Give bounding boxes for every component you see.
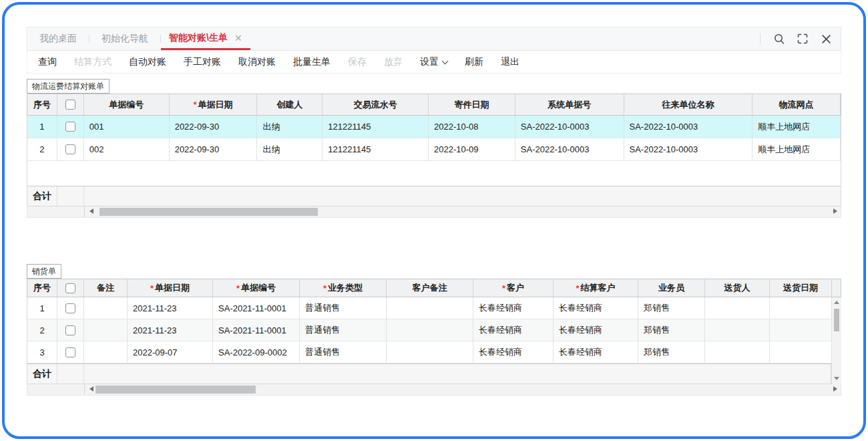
toolbar-manual-reconcile[interactable]: 手工对账 bbox=[175, 56, 230, 68]
table-cell[interactable]: 顺丰上地网店 bbox=[752, 138, 841, 161]
grid1-column-header-2[interactable]: 单据编号 bbox=[84, 94, 170, 115]
grid2-row-1[interactable]: 12021-11-23SA-2021-11-0001普通销售长春经销商长春经销商… bbox=[27, 297, 841, 319]
toolbar-exit[interactable]: 退出 bbox=[492, 56, 528, 68]
table-cell[interactable]: 郑销售 bbox=[638, 341, 705, 363]
toolbar-settings[interactable]: 设置 bbox=[411, 56, 456, 68]
grid1-column-header-5[interactable]: 交易流水号 bbox=[322, 94, 429, 115]
grid2-column-header-3[interactable]: *单据日期 bbox=[128, 279, 213, 297]
grid1-column-header-6[interactable]: 寄件日期 bbox=[429, 94, 515, 115]
grid2-column-header-10[interactable]: 送货人 bbox=[705, 279, 770, 297]
scrollbar-thumb[interactable] bbox=[99, 208, 318, 216]
table-cell[interactable]: 121221145 bbox=[322, 116, 429, 138]
grid1-column-header-9[interactable]: 物流网点 bbox=[752, 94, 841, 115]
scroll-up-arrow[interactable] bbox=[834, 301, 839, 304]
grid2-column-header-11[interactable]: 送货日期 bbox=[770, 279, 832, 297]
select-all-header[interactable] bbox=[57, 94, 84, 115]
table-cell[interactable]: 2022-10-09 bbox=[429, 138, 515, 161]
table-cell[interactable]: SA-2021-11-0001 bbox=[213, 319, 300, 341]
row-checkbox[interactable] bbox=[65, 144, 75, 154]
table-cell[interactable]: SA-2022-10-0003 bbox=[515, 116, 624, 138]
scroll-left-arrow[interactable] bbox=[89, 208, 93, 214]
grid2-tab[interactable]: 销货单 bbox=[27, 264, 61, 279]
table-cell[interactable] bbox=[387, 319, 473, 341]
table-cell[interactable] bbox=[57, 297, 84, 319]
table-cell[interactable]: 长春经销商 bbox=[554, 297, 638, 319]
table-cell[interactable]: 普通销售 bbox=[300, 297, 387, 319]
grid2-column-header-2[interactable]: 备注 bbox=[84, 279, 128, 297]
table-cell[interactable]: 1 bbox=[27, 297, 57, 319]
table-cell[interactable]: 出纳 bbox=[257, 138, 322, 161]
table-cell[interactable]: 3 bbox=[27, 341, 57, 363]
table-cell[interactable]: 121221145 bbox=[322, 138, 429, 161]
table-cell[interactable] bbox=[57, 319, 84, 341]
grid1-horizontal-scrollbar[interactable] bbox=[27, 206, 841, 218]
table-cell[interactable]: SA-2022-10-0003 bbox=[624, 116, 753, 138]
search-icon[interactable] bbox=[771, 31, 787, 47]
table-cell[interactable]: 顺丰上地网店 bbox=[752, 116, 841, 138]
select-all-checkbox[interactable] bbox=[65, 100, 75, 110]
tab-close-icon[interactable]: ✕ bbox=[234, 33, 242, 43]
table-cell[interactable]: 长春经销商 bbox=[473, 297, 554, 319]
table-cell[interactable]: 普通销售 bbox=[300, 319, 387, 341]
row-checkbox[interactable] bbox=[65, 303, 75, 313]
scroll-right-arrow[interactable] bbox=[833, 208, 837, 214]
scrollbar-thumb[interactable] bbox=[834, 309, 839, 331]
table-cell[interactable] bbox=[705, 319, 770, 341]
table-cell[interactable] bbox=[57, 138, 84, 161]
row-checkbox[interactable] bbox=[65, 122, 75, 132]
toolbar-refresh[interactable]: 刷新 bbox=[456, 56, 492, 68]
table-cell[interactable] bbox=[84, 341, 128, 363]
grid2-column-header-8[interactable]: *结算客户 bbox=[554, 279, 638, 297]
table-cell[interactable]: 长春经销商 bbox=[473, 319, 554, 341]
table-cell[interactable] bbox=[387, 297, 473, 319]
table-cell[interactable]: 1 bbox=[27, 116, 57, 138]
table-cell[interactable]: 2022-09-07 bbox=[128, 341, 213, 363]
table-cell[interactable]: 001 bbox=[84, 116, 170, 138]
table-cell[interactable] bbox=[770, 297, 832, 319]
grid1-column-header-7[interactable]: 系统单据号 bbox=[515, 94, 624, 115]
scroll-right-arrow[interactable] bbox=[833, 386, 837, 392]
grid1-tab[interactable]: 物流运费结算对账单 bbox=[27, 79, 110, 94]
table-cell[interactable]: 002 bbox=[84, 138, 170, 161]
toolbar-cancel-reconcile[interactable]: 取消对账 bbox=[230, 56, 284, 68]
toolbar-query[interactable]: 查询 bbox=[29, 56, 65, 68]
grid2-column-header-6[interactable]: 客户备注 bbox=[387, 279, 473, 297]
tab-my-desktop[interactable]: 我的桌面 bbox=[27, 27, 89, 50]
grid1-column-header-0[interactable]: 序号 bbox=[27, 94, 57, 115]
table-cell[interactable]: 普通销售 bbox=[300, 341, 387, 363]
table-cell[interactable]: 2021-11-23 bbox=[128, 319, 213, 341]
select-all-header[interactable] bbox=[57, 279, 84, 297]
grid1-row-1[interactable]: 10012022-09-30出纳1212211452022-10-08SA-20… bbox=[27, 116, 841, 138]
toolbar-batch-generate[interactable]: 批量生单 bbox=[284, 56, 339, 68]
grid2-vertical-scrollbar[interactable] bbox=[831, 297, 841, 384]
table-cell[interactable]: 2021-11-23 bbox=[128, 297, 213, 319]
grid2-column-header-5[interactable]: *业务类型 bbox=[300, 279, 387, 297]
scroll-down-arrow[interactable] bbox=[834, 377, 839, 380]
table-cell[interactable]: 2022-09-30 bbox=[170, 116, 258, 138]
grid2-row-3[interactable]: 32022-09-07SA-2022-09-0002普通销售长春经销商长春经销商… bbox=[27, 341, 841, 363]
table-cell[interactable] bbox=[57, 341, 84, 363]
table-cell[interactable]: 出纳 bbox=[257, 116, 322, 138]
table-cell[interactable]: 2 bbox=[27, 319, 57, 341]
table-cell[interactable]: 2 bbox=[27, 138, 57, 161]
table-cell[interactable]: SA-2021-11-0001 bbox=[213, 297, 300, 319]
table-cell[interactable] bbox=[84, 319, 128, 341]
fullscreen-icon[interactable] bbox=[795, 31, 811, 47]
toolbar-auto-reconcile[interactable]: 自动对账 bbox=[120, 56, 175, 68]
table-cell[interactable] bbox=[387, 341, 473, 363]
row-checkbox[interactable] bbox=[65, 347, 75, 357]
grid1-column-header-4[interactable]: 创建人 bbox=[257, 94, 322, 115]
table-cell[interactable]: 郑销售 bbox=[638, 297, 705, 319]
scroll-left-arrow[interactable] bbox=[89, 386, 93, 392]
table-cell[interactable]: SA-2022-10-0003 bbox=[624, 138, 753, 161]
table-cell[interactable]: 2022-10-08 bbox=[429, 116, 515, 138]
table-cell[interactable]: 长春经销商 bbox=[554, 319, 638, 341]
table-cell[interactable]: 长春经销商 bbox=[554, 341, 638, 363]
grid2-horizontal-scrollbar[interactable] bbox=[27, 384, 841, 396]
grid1-column-header-3[interactable]: *单据日期 bbox=[170, 94, 258, 115]
grid2-column-header-9[interactable]: 业务员 bbox=[638, 279, 705, 297]
table-cell[interactable] bbox=[84, 297, 128, 319]
table-cell[interactable]: 郑销售 bbox=[638, 319, 705, 341]
grid2-column-header-0[interactable]: 序号 bbox=[27, 279, 57, 297]
grid2-column-header-7[interactable]: *客户 bbox=[473, 279, 554, 297]
